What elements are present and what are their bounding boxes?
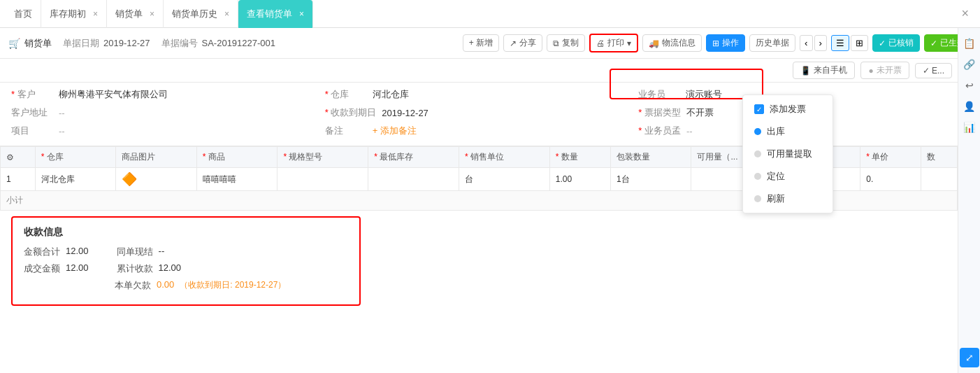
field-warehouse: 仓库 河北仓库 xyxy=(325,88,639,101)
add-note-button[interactable]: 添加备注 xyxy=(373,125,417,137)
row-product: 嘻嘻嘻嘻 xyxy=(196,168,278,191)
col-price: 单价 xyxy=(860,147,921,168)
print-icon: 🖨 xyxy=(596,38,605,48)
receipt-row-3: 本单欠款 0.00 （收款到期日: 2019-12-27） xyxy=(24,279,348,292)
doc-title: 🛒 销货单 xyxy=(8,37,52,50)
receipt-cumulative: 累计收款 12.00 xyxy=(117,262,182,275)
dropdown-outbound[interactable]: 出库 xyxy=(743,120,833,143)
tab-home[interactable]: 首页 xyxy=(6,0,41,28)
sidebar-chart-icon[interactable]: 📊 xyxy=(960,118,979,137)
row-unit: 台 xyxy=(459,168,550,191)
col-img: 商品图片 xyxy=(116,147,197,168)
confirm1-button[interactable]: ✓ E... xyxy=(915,63,952,78)
doc-meta-code: 单据编号 SA-20191227-001 xyxy=(161,37,276,50)
history-button[interactable]: 历史单据 xyxy=(749,34,795,52)
tab-close-inventory[interactable]: × xyxy=(93,9,98,19)
col-extra: 数 xyxy=(921,147,958,168)
dot-locate xyxy=(754,173,761,180)
field-project: 项目 -- xyxy=(11,125,325,137)
receipt-deal: 成交金额 12.00 xyxy=(24,262,89,275)
window-close-button[interactable]: × xyxy=(956,6,974,21)
receipt-row-2: 成交金额 12.00 累计收款 12.00 xyxy=(24,262,348,275)
view-list-button[interactable]: ☰ xyxy=(831,35,849,51)
logistics-icon: 🚚 xyxy=(649,38,659,48)
new-button[interactable]: + 新增 xyxy=(463,34,499,52)
print-dropdown-arrow: ▾ xyxy=(627,38,631,48)
dot-available-qty xyxy=(754,150,761,157)
row-no: 1 xyxy=(1,168,36,191)
col-spec: 规格型号 xyxy=(278,147,368,168)
right-sidebar: 📋 🔗 ↩ 👤 📊 ⤢ xyxy=(958,28,980,373)
view-grid-button[interactable]: ⊞ xyxy=(851,35,868,51)
dot-outbound xyxy=(754,128,761,135)
row-packqty: 1台 xyxy=(610,168,691,191)
action-row: 📱 来自手机 ● 未开票 ✓ E... xyxy=(0,59,980,83)
check-icon: ✓ xyxy=(879,38,886,48)
prev-button[interactable]: ‹ xyxy=(800,35,812,51)
check2-icon: ✓ xyxy=(930,38,937,48)
logistics-button[interactable]: 🚚 物流信息 xyxy=(642,34,702,52)
dropdown-menu: ✓ 添加发票 出库 可用量提取 定位 刷新 xyxy=(742,94,833,213)
receipt-total: 金额合计 12.00 xyxy=(24,246,89,258)
receipt-row-1: 金额合计 12.00 同单现结 -- xyxy=(24,246,348,258)
row-minstock xyxy=(368,168,459,191)
sidebar-link-icon[interactable]: 🔗 xyxy=(960,55,979,74)
tab-sales[interactable]: 销货单 × xyxy=(107,0,164,28)
doc-header: 🛒 销货单 单据日期 2019-12-27 单据编号 SA-20191227-0… xyxy=(0,28,980,59)
field-customer: 客户 柳州粤港平安气体有限公司 xyxy=(11,88,325,101)
receipt-box: 收款信息 金额合计 12.00 同单现结 -- 成交金额 12.00 累计收款 xyxy=(11,216,361,306)
col-unit: 销售单位 xyxy=(459,147,550,168)
row-img: 🔶 xyxy=(116,168,197,191)
col-qty: 数量 xyxy=(549,147,610,168)
tab-inventory[interactable]: 库存期初 × xyxy=(41,0,107,28)
copy-button[interactable]: ⧉ 复制 xyxy=(547,34,585,52)
view-switch: ☰ ⊞ xyxy=(831,35,868,51)
operate-button[interactable]: ⊞ 操作 xyxy=(706,34,745,52)
from-phone-button[interactable]: 📱 来自手机 xyxy=(793,62,855,79)
field-due-date: 收款到期日 2019-12-27 xyxy=(325,106,639,119)
doc-title-text: 销货单 xyxy=(24,37,52,50)
dot-refresh xyxy=(754,195,761,202)
share-button[interactable]: ↗ 分享 xyxy=(503,34,542,52)
circle-icon: ● xyxy=(868,66,873,76)
row-qty: 1.00 xyxy=(549,168,610,191)
receipt-settlement: 同单现结 -- xyxy=(117,246,165,258)
toolbar: + 新增 ↗ 分享 ⧉ 复制 🖨 打印 ▾ 🚚 物流信息 xyxy=(463,34,972,52)
tab-close-view-sales[interactable]: × xyxy=(299,9,304,19)
tabs-bar: 首页 库存期初 × 销货单 × 销货单历史 × 查看销货单 × × xyxy=(0,0,980,28)
sold-button[interactable]: ✓ 已核销 xyxy=(872,34,920,52)
tab-close-sales[interactable]: × xyxy=(150,9,154,19)
not-open-button[interactable]: ● 未开票 xyxy=(860,62,909,79)
field-note: 备注 添加备注 xyxy=(325,125,639,137)
sidebar-user-icon[interactable]: 👤 xyxy=(960,97,979,116)
phone-icon: 📱 xyxy=(800,66,811,76)
col-packqty: 包装数量 xyxy=(610,147,691,168)
col-minstock: 最低库存 xyxy=(368,147,459,168)
next-button[interactable]: › xyxy=(814,35,827,51)
operate-icon: ⊞ xyxy=(712,38,719,48)
sidebar-doc-icon[interactable]: 📋 xyxy=(960,34,979,53)
tab-sales-history[interactable]: 销货单历史 × xyxy=(164,0,238,28)
dropdown-add-invoice[interactable]: ✓ 添加发票 xyxy=(743,98,833,120)
print-button[interactable]: 🖨 打印 ▾ xyxy=(589,34,638,52)
col-settings: ⚙ xyxy=(1,147,36,168)
sidebar-expand-icon[interactable]: ⤢ xyxy=(960,348,979,367)
dropdown-locate[interactable]: 定位 xyxy=(743,165,833,188)
dropdown-available-qty[interactable]: 可用量提取 xyxy=(743,143,833,165)
doc-meta-date: 单据日期 2019-12-27 xyxy=(63,37,150,50)
receipt-balance: 本单欠款 0.00 （收款到期日: 2019-12-27） xyxy=(115,279,286,292)
row-price: 0. xyxy=(860,168,921,191)
nav-arrows: ‹ › xyxy=(800,35,827,51)
receipt-title: 收款信息 xyxy=(24,226,348,239)
row-spec xyxy=(278,168,368,191)
doc-date-value: 2019-12-27 xyxy=(103,38,150,48)
tab-close-sales-history[interactable]: × xyxy=(224,9,229,19)
row-warehouse: 河北仓库 xyxy=(35,168,116,191)
share-icon: ↗ xyxy=(510,38,517,48)
field-address: 客户地址 -- xyxy=(11,106,325,119)
copy-icon: ⧉ xyxy=(553,38,559,48)
sidebar-return-icon[interactable]: ↩ xyxy=(960,76,979,95)
dropdown-refresh[interactable]: 刷新 xyxy=(743,188,833,210)
tab-view-sales[interactable]: 查看销货单 × xyxy=(238,0,313,28)
col-product: 商品 xyxy=(196,147,278,168)
